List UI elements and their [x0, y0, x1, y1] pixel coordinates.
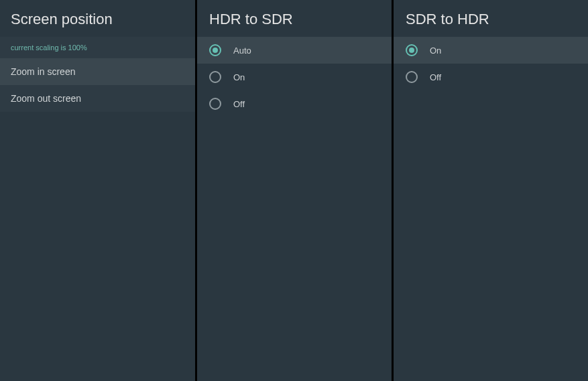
radio-label: Auto [233, 46, 379, 56]
radio-label: Off [233, 99, 379, 109]
sdr-hdr-option-off[interactable]: Off [394, 64, 588, 90]
radio-label: On [233, 72, 379, 82]
hdr-sdr-option-off[interactable]: Off [197, 90, 392, 117]
radio-unselected-icon [209, 71, 221, 83]
screen-position-panel: Screen position current scaling is 100% … [0, 0, 195, 381]
radio-label: Off [430, 72, 576, 82]
radio-unselected-icon [209, 98, 221, 110]
zoom-in-item[interactable]: Zoom in screen [0, 58, 195, 85]
hdr-to-sdr-panel: HDR to SDR Auto On Off [197, 0, 392, 381]
sdr-to-hdr-panel: SDR to HDR On Off [394, 0, 588, 381]
sdr-hdr-option-on[interactable]: On [394, 37, 588, 64]
radio-selected-icon [406, 44, 418, 56]
sdr-to-hdr-title: SDR to HDR [394, 0, 588, 37]
hdr-sdr-option-auto[interactable]: Auto [197, 37, 392, 64]
radio-label: On [430, 46, 576, 56]
screen-position-title: Screen position [0, 0, 195, 37]
hdr-to-sdr-title: HDR to SDR [197, 0, 392, 37]
radio-selected-icon [209, 44, 221, 56]
hdr-sdr-option-on[interactable]: On [197, 64, 392, 90]
radio-unselected-icon [406, 71, 418, 83]
scaling-status: current scaling is 100% [0, 37, 195, 58]
zoom-out-item[interactable]: Zoom out screen [0, 85, 195, 112]
